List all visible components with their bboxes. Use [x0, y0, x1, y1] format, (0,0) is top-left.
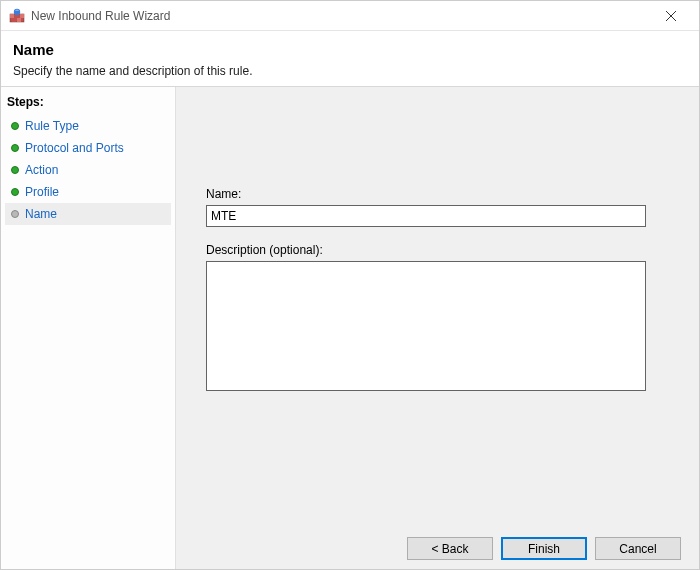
svg-rect-3 — [20, 14, 24, 18]
wizard-body: Steps: Rule Type Protocol and Ports Acti… — [1, 87, 699, 570]
svg-rect-5 — [17, 18, 21, 22]
page-subtitle: Specify the name and description of this… — [13, 64, 687, 78]
description-label: Description (optional): — [206, 243, 669, 257]
finish-button[interactable]: Finish — [501, 537, 587, 560]
step-label: Protocol and Ports — [25, 141, 124, 155]
svg-rect-1 — [10, 14, 14, 18]
svg-rect-4 — [12, 18, 16, 22]
step-action[interactable]: Action — [5, 159, 171, 181]
step-label: Rule Type — [25, 119, 79, 133]
firewall-icon — [9, 8, 25, 24]
step-label: Action — [25, 163, 58, 177]
page-title: Name — [13, 41, 687, 58]
step-rule-type[interactable]: Rule Type — [5, 115, 171, 137]
description-input[interactable] — [206, 261, 646, 391]
step-bullet-icon — [11, 122, 19, 130]
back-button[interactable]: < Back — [407, 537, 493, 560]
step-bullet-icon — [11, 210, 19, 218]
cancel-button[interactable]: Cancel — [595, 537, 681, 560]
step-bullet-icon — [11, 166, 19, 174]
button-row: < Back Finish Cancel — [407, 537, 681, 560]
step-bullet-icon — [11, 144, 19, 152]
steps-heading: Steps: — [5, 95, 171, 115]
step-label: Profile — [25, 185, 59, 199]
name-input[interactable] — [206, 205, 646, 227]
window-title: New Inbound Rule Wizard — [31, 9, 651, 23]
close-button[interactable] — [651, 2, 691, 30]
step-name[interactable]: Name — [5, 203, 171, 225]
step-protocol-and-ports[interactable]: Protocol and Ports — [5, 137, 171, 159]
step-bullet-icon — [11, 188, 19, 196]
close-icon — [666, 11, 676, 21]
steps-sidebar: Steps: Rule Type Protocol and Ports Acti… — [1, 87, 176, 570]
titlebar: New Inbound Rule Wizard — [1, 1, 699, 31]
step-label: Name — [25, 207, 57, 221]
step-profile[interactable]: Profile — [5, 181, 171, 203]
name-label: Name: — [206, 187, 669, 201]
content-panel: Name: Description (optional): < Back Fin… — [176, 87, 699, 570]
wizard-header: Name Specify the name and description of… — [1, 31, 699, 87]
